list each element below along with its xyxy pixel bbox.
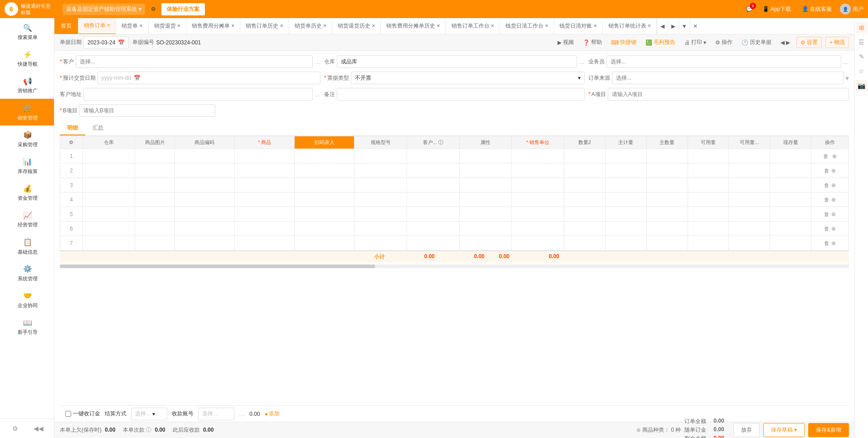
invoice-select[interactable]: 不开票 ▾ — [351, 72, 585, 84]
profit-btn[interactable]: 💹 毛利预告 — [643, 38, 678, 47]
row-2-main-qty[interactable] — [646, 164, 688, 178]
sidebar-item-operation[interactable]: 📈 经营管理 — [0, 206, 54, 232]
view-btn[interactable]: ▶ 视频 — [555, 38, 577, 47]
logistics-btn[interactable]: + 物流 — [825, 37, 849, 48]
rs-icon-1[interactable]: ⊞ — [856, 22, 868, 34]
row-1-stock[interactable] — [770, 149, 811, 164]
row-1-customer[interactable] — [407, 149, 460, 164]
help-btn[interactable]: ❓ 帮助 — [580, 38, 605, 47]
tab-detail[interactable]: 明细 — [60, 121, 85, 135]
delete-icon[interactable]: 🗑 — [824, 182, 829, 188]
row-1-attr[interactable] — [459, 149, 512, 164]
col-header-available2[interactable]: 可用量... — [729, 136, 770, 149]
row-2-main-unit[interactable] — [605, 164, 646, 178]
row-1-img[interactable] — [135, 149, 175, 164]
industry-btn[interactable]: 体验行业方案 — [161, 3, 205, 15]
address-input[interactable] — [83, 88, 313, 101]
user-area[interactable]: 👤 用户 — [840, 4, 863, 14]
col-header-stock[interactable]: 现存量 — [770, 136, 811, 149]
row-2-sku[interactable] — [175, 164, 234, 178]
scrollbar-track[interactable] — [60, 265, 849, 268]
app-download-btn[interactable]: 📱 App下载 — [760, 5, 794, 14]
row-1-sku[interactable] — [175, 149, 234, 164]
one-key-deposit-checkbox[interactable] — [65, 411, 71, 417]
save-new-btn[interactable]: 保存&新增 — [808, 423, 849, 437]
payment-method-select[interactable]: 选择... ▾ — [131, 408, 167, 420]
col-header-product[interactable]: * 商品 — [234, 136, 294, 149]
staff-dots[interactable]: ... — [843, 58, 849, 66]
tab-summary[interactable]: 汇总 — [85, 121, 111, 135]
customer-input[interactable] — [76, 55, 313, 68]
tab-return-history[interactable]: 销货退货历史 × — [332, 18, 381, 34]
tab-goods-history[interactable]: 销货单历史 × — [289, 18, 332, 34]
sidebar-settings-icon[interactable]: ⚙ — [10, 423, 21, 434]
col-header-unit[interactable]: * 销售单位 — [512, 136, 564, 149]
sidebar-item-cooperation[interactable]: 🤝 企业协同 — [0, 286, 54, 313]
row-2-spec[interactable] — [354, 164, 407, 178]
tab-daily-account[interactable]: 钱货日清对账 × — [554, 18, 602, 34]
row-2-scan[interactable] — [295, 164, 354, 178]
project-a-input[interactable] — [608, 88, 849, 101]
col-header-qty2[interactable]: 数量2 — [564, 136, 605, 149]
row-1-main-qty[interactable] — [646, 149, 688, 164]
delete-icon[interactable]: 🗑 — [824, 168, 829, 174]
row-1-scan[interactable] — [295, 149, 354, 164]
project-b-input[interactable] — [79, 104, 215, 117]
settings-icon[interactable]: ⚙ — [149, 5, 158, 14]
rs-icon-4[interactable]: ☆ — [856, 65, 868, 77]
col-header-attr[interactable]: 属性 — [459, 136, 512, 149]
copy-icon[interactable]: ⊕ — [831, 197, 836, 203]
tab-sales-order[interactable]: 销售订单 × — [78, 18, 116, 34]
this-lower-info-icon[interactable]: ⓘ — [146, 427, 151, 433]
ops-btn[interactable]: ⚙ 操作 — [713, 38, 735, 47]
delete-icon[interactable]: 🗑 — [824, 226, 829, 232]
row-1-spec[interactable] — [354, 149, 407, 164]
row-2-img[interactable] — [135, 164, 175, 178]
row-2-unit[interactable] — [512, 164, 564, 178]
row-1-qty2[interactable] — [564, 149, 605, 164]
remark-input[interactable] — [337, 88, 585, 101]
tab-daily-workbench[interactable]: 钱货日清工作台 × — [500, 18, 554, 34]
nav-arrows[interactable]: ◀ ▶ — [778, 39, 793, 47]
col-header-customer[interactable]: 客户... ⓘ — [407, 136, 460, 149]
sidebar-item-search[interactable]: 🔍 搜索菜单 — [0, 18, 54, 45]
copy-icon[interactable]: ⊕ — [832, 153, 837, 159]
col-header-img[interactable]: 商品图片 — [135, 136, 175, 149]
col-header-icon[interactable]: ⚙ — [60, 136, 83, 149]
tab-stats[interactable]: 销售订单统计表 × — [603, 18, 657, 34]
sidebar-item-guide[interactable]: 📖 新手引导 — [0, 313, 54, 340]
row-2-available2[interactable] — [729, 164, 770, 178]
print-btn[interactable]: 🖨 打印 ▾ — [682, 38, 709, 47]
account-select[interactable]: 选择... — [198, 408, 234, 420]
row-2-warehouse[interactable] — [82, 164, 135, 178]
copy-icon[interactable]: ⊕ — [831, 240, 836, 246]
delete-icon[interactable]: 🗑 — [824, 197, 829, 203]
col-header-spec[interactable]: 规格型号 — [354, 136, 407, 149]
row-2-customer[interactable] — [407, 164, 460, 178]
row-2-attr[interactable] — [459, 164, 512, 178]
tab-close-btn[interactable]: ✕ — [689, 18, 700, 34]
tab-sales-goods[interactable]: 销货单 × — [116, 18, 148, 34]
sidebar-item-marketing[interactable]: 📢 营销推广 — [0, 72, 54, 98]
row-1-unit[interactable] — [512, 149, 564, 164]
copy-icon[interactable]: ⊕ — [831, 168, 836, 174]
sidebar-item-purchase[interactable]: 📦 采购管理 — [0, 125, 54, 152]
online-service-btn[interactable]: 👤 在线客服 — [799, 5, 834, 14]
delete-icon[interactable]: 🗑 — [824, 211, 829, 217]
col-header-warehouse[interactable]: 仓库 — [82, 136, 135, 149]
tab-more-btn[interactable]: ▼ — [679, 18, 689, 34]
rs-icon-2[interactable]: ☰ — [856, 36, 868, 48]
sidebar-item-nav[interactable]: ⚡ 快捷导航 — [0, 45, 54, 72]
row-2-qty2[interactable] — [564, 164, 605, 178]
address-dots[interactable]: ... — [315, 90, 320, 98]
delete-icon[interactable]: 🗑 — [823, 153, 829, 159]
row-1-available[interactable] — [688, 149, 729, 164]
sidebar-collapse-icon[interactable]: ◀◀ — [33, 423, 44, 434]
sidebar-item-basic[interactable]: 📋 基础信息 — [0, 233, 54, 260]
history-btn[interactable]: 🕐 历史单据 — [739, 38, 774, 47]
discard-btn[interactable]: 放弃 — [733, 423, 760, 437]
tab-prev-btn[interactable]: ◀ — [657, 18, 668, 34]
row-1-main-unit[interactable] — [605, 149, 646, 164]
row-2-product[interactable] — [234, 164, 294, 178]
row-2-available[interactable] — [688, 164, 729, 178]
